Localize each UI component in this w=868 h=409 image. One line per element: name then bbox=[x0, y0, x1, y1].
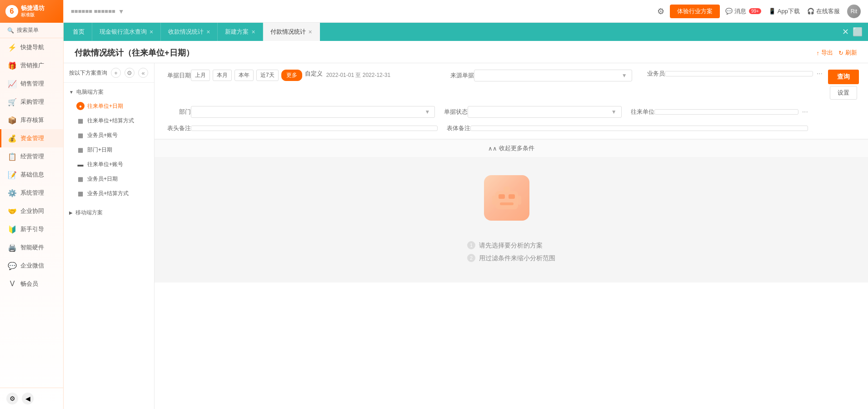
refresh-button[interactable]: ↻ 刷新 bbox=[838, 49, 857, 57]
scheme-item-icon: ▦ bbox=[76, 189, 85, 197]
scheme-item-staff-account[interactable]: ▦ 业务员+账号 bbox=[64, 128, 154, 142]
sidebar-item-finance[interactable]: 💰资金管理 bbox=[0, 129, 63, 147]
sidebar-item-business[interactable]: 📋经营管理 bbox=[0, 147, 63, 166]
export-icon: ↑ bbox=[817, 50, 820, 56]
refresh-icon: ↻ bbox=[838, 50, 843, 56]
export-button[interactable]: ↑ 导出 bbox=[817, 49, 833, 57]
tab-pay-stat[interactable]: 付款情况统计× bbox=[263, 23, 320, 41]
pc-scheme-group: ▼ 电脑端方案 ● 往来单位+日期 ▦ 往来单位+结算方式 ▦ 业务员+账号 bbox=[64, 83, 154, 203]
note-body-input[interactable] bbox=[470, 126, 808, 131]
nav-label-guide: 新手引导 bbox=[20, 225, 44, 233]
sidebar-item-hardware[interactable]: 🖨️智能硬件 bbox=[0, 238, 63, 257]
scheme-item-icon: ▦ bbox=[76, 175, 85, 183]
unit-more-icon[interactable]: ··· bbox=[802, 108, 808, 116]
empty-state: 1 请先选择要分析的方案 2 用过滤条件来缩小分析范围 bbox=[155, 157, 868, 283]
tab-close-bank-flow[interactable]: × bbox=[150, 28, 153, 35]
close-tab-icon[interactable]: ✕ bbox=[842, 27, 849, 37]
last-month-btn[interactable]: 上月 bbox=[191, 70, 210, 81]
svg-rect-7 bbox=[518, 196, 521, 205]
nav-icon-marketing: 🎁 bbox=[8, 61, 17, 70]
setting-button[interactable]: 设置 bbox=[830, 86, 857, 100]
tab-label-bank-flow: 现金银行流水查询 bbox=[100, 28, 147, 36]
scheme-setting-button[interactable]: ⚙ bbox=[125, 68, 135, 78]
sidebar-item-member[interactable]: V畅会员 bbox=[0, 275, 63, 293]
note-head-label: 表头备注 bbox=[164, 124, 191, 132]
scheme-item-unit-date[interactable]: ● 往来单位+日期 bbox=[64, 99, 154, 113]
trial-button[interactable]: 体验行业方案 bbox=[670, 5, 720, 18]
app-download-button[interactable]: 📱 App下载 bbox=[768, 7, 800, 15]
service-icon: 🎧 bbox=[807, 8, 814, 15]
scheme-item-staff-settle[interactable]: ▦ 业务员+结算方式 bbox=[64, 186, 154, 201]
tab-new-plan[interactable]: 新建方案× bbox=[218, 23, 263, 41]
tab-close-pay-stat[interactable]: × bbox=[309, 28, 312, 35]
group-arrow-icon: ▼ bbox=[69, 90, 74, 95]
nav-label-quick-nav: 快捷导航 bbox=[20, 43, 44, 51]
nav-label-basic: 基础信息 bbox=[20, 171, 44, 179]
tab-label-payment-stat: 收款情况统计 bbox=[168, 28, 204, 36]
messages-button[interactable]: 💬 消息 99+ bbox=[725, 7, 761, 15]
staff-more-icon[interactable]: ··· bbox=[817, 70, 823, 78]
empty-robot-icon bbox=[484, 175, 529, 221]
mobile-group-label: 移动端方案 bbox=[75, 209, 103, 217]
sidebar-item-marketing[interactable]: 🎁营销推广 bbox=[0, 56, 63, 75]
robot-svg bbox=[489, 180, 525, 216]
tab-close-payment-stat[interactable]: × bbox=[206, 28, 210, 35]
more-date-btn[interactable]: 更多 bbox=[281, 70, 302, 81]
tab-home[interactable]: 首页 bbox=[65, 23, 92, 41]
sidebar-item-wechat[interactable]: 💬企业微信 bbox=[0, 257, 63, 275]
this-year-btn[interactable]: 本年 bbox=[234, 70, 254, 81]
collapse-more-button[interactable]: ∧∧ 收起更多条件 bbox=[155, 139, 868, 157]
query-button[interactable]: 查询 bbox=[828, 70, 859, 84]
sidebar: 6 畅捷通坊 标准版 🔍 搜索菜单 ⚡快捷导航🎁营销推广📈销售管理🛒采购管理📦库… bbox=[0, 0, 64, 409]
sidebar-item-basic[interactable]: 📝基础信息 bbox=[0, 166, 63, 184]
gear-button[interactable]: ⚙ bbox=[657, 6, 664, 16]
user-avatar[interactable]: Rit bbox=[847, 5, 861, 18]
source-select[interactable]: ▼ bbox=[474, 70, 632, 81]
query-actions: 查询 设置 bbox=[828, 70, 859, 100]
breadcrumb-dropdown[interactable]: ▼ bbox=[118, 8, 125, 15]
sidebar-item-coop[interactable]: 🤝企业协同 bbox=[0, 202, 63, 220]
sidebar-bottom: ⚙ ◀ bbox=[0, 388, 63, 409]
scheme-item-label: 部门+日期 bbox=[87, 146, 112, 154]
sidebar-item-inventory[interactable]: 📦库存核算 bbox=[0, 111, 63, 129]
last-7days-btn[interactable]: 近7天 bbox=[256, 70, 279, 81]
nav-icon-finance: 💰 bbox=[8, 134, 17, 143]
tab-bank-flow[interactable]: 现金银行流水查询× bbox=[92, 23, 161, 41]
pc-scheme-group-title[interactable]: ▼ 电脑端方案 bbox=[64, 86, 154, 99]
scheme-item-unit-account[interactable]: ▬ 往来单位+账号 bbox=[64, 157, 154, 172]
add-scheme-button[interactable]: + bbox=[111, 68, 121, 78]
unit-input[interactable] bbox=[654, 109, 798, 115]
scheme-item-staff-date[interactable]: ▦ 业务员+日期 bbox=[64, 172, 154, 186]
nav-icon-coop: 🤝 bbox=[8, 207, 17, 216]
sidebar-search[interactable]: 🔍 搜索菜单 bbox=[0, 23, 63, 38]
this-month-btn[interactable]: 本月 bbox=[213, 70, 232, 81]
empty-tip-2: 2 用过滤条件来缩小分析范围 bbox=[467, 252, 555, 264]
filter-area: 单据日期 上月 本月 本年 近7天 更多 自定义 bbox=[155, 63, 868, 409]
sidebar-item-system[interactable]: ⚙️系统管理 bbox=[0, 184, 63, 202]
collapse-scheme-button[interactable]: « bbox=[138, 68, 148, 78]
tab-close-new-plan[interactable]: × bbox=[251, 28, 255, 35]
chevron-down-icon: ▼ bbox=[425, 109, 430, 115]
nav-label-wechat: 企业微信 bbox=[20, 262, 44, 270]
maximize-tab-icon[interactable]: ⬜ bbox=[853, 27, 863, 37]
nav-label-inventory: 库存核算 bbox=[20, 116, 44, 124]
note-body-label: 表体备注 bbox=[443, 124, 470, 132]
sidebar-item-quick-nav[interactable]: ⚡快捷导航 bbox=[0, 38, 63, 56]
online-service-button[interactable]: 🎧 在线客服 bbox=[807, 7, 840, 15]
collapse-sidebar-icon[interactable]: ◀ bbox=[22, 393, 34, 404]
status-select[interactable]: ▼ bbox=[468, 106, 621, 118]
nav-label-business: 经营管理 bbox=[20, 152, 44, 161]
settings-icon[interactable]: ⚙ bbox=[6, 393, 18, 404]
scheme-item-unit-settle[interactable]: ▦ 往来单位+结算方式 bbox=[64, 113, 154, 128]
note-head-input[interactable] bbox=[191, 126, 438, 131]
sidebar-item-purchase[interactable]: 🛒采购管理 bbox=[0, 93, 63, 111]
mobile-scheme-group-title[interactable]: ▶ 移动端方案 bbox=[64, 206, 154, 219]
dept-select[interactable]: ▼ bbox=[191, 106, 435, 118]
sidebar-item-sales[interactable]: 📈销售管理 bbox=[0, 75, 63, 93]
scheme-item-label: 业务员+账号 bbox=[87, 131, 118, 139]
scheme-item-dept-date[interactable]: ▦ 部门+日期 bbox=[64, 142, 154, 157]
sidebar-item-guide[interactable]: 🔰新手引导 bbox=[0, 220, 63, 238]
group-arrow-icon: ▶ bbox=[69, 210, 73, 215]
tab-payment-stat[interactable]: 收款情况统计× bbox=[161, 23, 218, 41]
staff-input[interactable] bbox=[665, 71, 813, 76]
